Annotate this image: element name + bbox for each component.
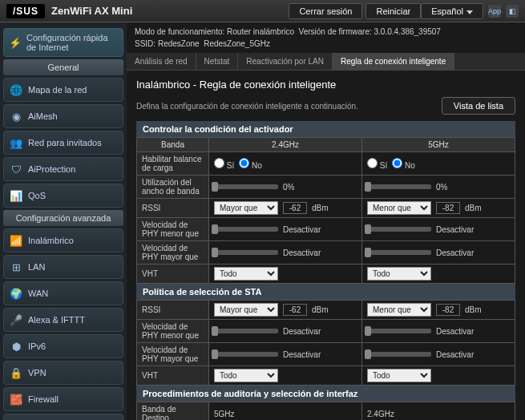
sta-rssi-label: RSSI (137, 301, 209, 320)
sidebar-item-label: Firewall (28, 394, 59, 404)
vht24-select[interactable]: Todo (214, 267, 278, 281)
sidebar-item-wan[interactable]: 🌍WAN (3, 281, 123, 305)
sidebar-item-wireless[interactable]: 📶Inalámbrico (3, 228, 123, 252)
section-sta: Política de selección de STA (136, 284, 515, 300)
sta-rssi5-op[interactable]: Menor que (367, 303, 431, 317)
voice-icon: 🎤 (9, 313, 23, 327)
sidebar: ⚡ Configuración rápida de Internet Gener… (0, 22, 127, 420)
fw-link[interactable]: 3.0.0.4.386_39507 (374, 27, 441, 36)
sidebar-group-general: General (3, 59, 123, 75)
sidebar-item-aiprotection[interactable]: 🛡AiProtection (3, 157, 123, 181)
loadbal24-yes[interactable]: Sí (214, 161, 234, 170)
row-band-label: Banda (137, 138, 209, 152)
phyless24-slider[interactable] (214, 227, 278, 232)
sidebar-item-label: Alexa & IFTTT (28, 315, 85, 325)
sidebar-item-label: QoS (28, 191, 46, 200)
loadbal24-no[interactable]: No (239, 161, 262, 170)
ipv6-icon: ⬢ (9, 339, 23, 353)
tab-wol[interactable]: Reactivación por LAN (238, 53, 333, 70)
loadbal5-yes[interactable]: Sí (367, 161, 387, 170)
sidebar-item-aimesh[interactable]: ◉AiMesh (3, 104, 123, 128)
guest-icon: 👥 (9, 135, 23, 150)
sta-phyless5-slider[interactable] (367, 329, 431, 333)
sidebar-item-admin[interactable]: ⚙Administración (3, 414, 123, 420)
sta-rssi5-val[interactable] (436, 304, 460, 316)
destband-24: 5GHz (209, 402, 362, 421)
destband-label: Banda de Destino (137, 402, 209, 421)
lan-icon: ⊞ (9, 260, 23, 274)
phyless5-value: Desactivar (436, 225, 474, 234)
language-selector[interactable]: Español (421, 3, 483, 19)
wifi-icon: 📶 (9, 233, 23, 248)
bwutil5-value: 0% (436, 183, 447, 192)
sidebar-item-label: VPN (28, 368, 46, 378)
sidebar-item-alexa[interactable]: 🎤Alexa & IFTTT (3, 308, 123, 332)
sidebar-item-label: AiMesh (28, 111, 58, 121)
tab-smartconnect[interactable]: Regla de conexión inteligente (333, 53, 454, 70)
app-icon[interactable]: App (488, 5, 501, 18)
bwutil24-slider[interactable] (214, 184, 278, 189)
sta-rssi24-val[interactable] (283, 304, 307, 316)
sta-vht-label: VHT (137, 366, 209, 386)
listview-button[interactable]: Vista de lista (442, 97, 515, 115)
sta-rssi24-op[interactable]: Mayor que (214, 303, 278, 317)
sidebar-item-label: WAN (28, 289, 48, 298)
rssi24-op[interactable]: Mayor que (214, 201, 278, 215)
row-vht-label: VHT (137, 265, 209, 284)
mesh-icon: ◉ (9, 109, 23, 123)
sidebar-item-networkmap[interactable]: 🌐Mapa de la red (3, 78, 123, 102)
mode-link[interactable]: Router inalámbrico (227, 27, 294, 36)
chevron-down-icon (466, 10, 473, 14)
section-audit: Procedimientos de auditoría y selección … (136, 386, 515, 402)
tabs: Análisis de red Netstat Reactivación por… (127, 53, 525, 71)
sidebar-item-vpn[interactable]: 🔒VPN (3, 361, 123, 385)
sta-phygreat5-slider[interactable] (367, 352, 431, 357)
trigger-table: Banda 2.4GHz 5GHz Habilitar balance de c… (136, 137, 515, 284)
phyless5-slider[interactable] (367, 227, 431, 232)
sidebar-item-lan[interactable]: ⊞LAN (3, 255, 123, 279)
gauge-icon: 📊 (9, 188, 23, 203)
product-name: ZenWiFi AX Mini (51, 5, 285, 17)
sta-phyless-label: Velocidad de PHY menor que (137, 320, 209, 343)
logout-button[interactable]: Cerrar sesión (289, 3, 362, 19)
loadbal5-no[interactable]: No (392, 161, 415, 170)
sidebar-item-qos[interactable]: 📊QoS (3, 184, 123, 208)
page-subtitle: Defina la configuración de conexión inte… (136, 102, 358, 111)
brand-logo: /SUS (6, 4, 45, 18)
sta-phygreat24-slider[interactable] (214, 352, 278, 357)
phygreat24-value: Desactivar (283, 248, 321, 257)
bwutil24-value: 0% (283, 183, 294, 192)
sidebar-item-label: Red para invitados (28, 138, 102, 147)
sidebar-item-firewall[interactable]: 🧱Firewall (3, 387, 123, 411)
sta-vht5-select[interactable]: Todo (367, 369, 431, 382)
phygreat24-slider[interactable] (214, 250, 278, 255)
sta-phyless24-slider[interactable] (214, 329, 278, 333)
ssid2-link[interactable]: RedesZone_5GHz (204, 39, 270, 48)
row-loadbal-label: Habilitar balance de carga (137, 152, 209, 176)
globe-icon: 🌐 (9, 83, 23, 97)
rssi5-op[interactable]: Menor que (367, 201, 431, 215)
sidebar-item-label: Configuración rápida de Internet (26, 33, 118, 52)
phyless24-value: Desactivar (283, 225, 321, 234)
reboot-button[interactable]: Reiniciar (365, 3, 421, 19)
bwutil5-slider[interactable] (367, 184, 431, 189)
vht5-select[interactable]: Todo (367, 267, 431, 281)
phygreat5-slider[interactable] (367, 250, 431, 255)
shield-icon: 🛡 (9, 162, 23, 176)
rssi5-val[interactable] (436, 202, 460, 214)
section-trigger: Controlar la condición del activador (136, 121, 515, 137)
rssi24-val[interactable] (283, 202, 307, 214)
tab-analysis[interactable]: Análisis de red (127, 53, 196, 70)
sidebar-item-label: AiProtection (28, 164, 75, 174)
tab-netstat[interactable]: Netstat (196, 53, 239, 70)
sidebar-item-label: Mapa de la red (28, 85, 87, 95)
sta-vht24-select[interactable]: Todo (214, 369, 278, 382)
wan-icon: 🌍 (9, 286, 23, 301)
sidebar-item-label: IPv6 (28, 341, 46, 351)
sidebar-quickstart[interactable]: ⚡ Configuración rápida de Internet (3, 28, 123, 57)
sidebar-item-ipv6[interactable]: ⬢IPv6 (3, 334, 123, 358)
ssid1-link[interactable]: RedesZone (158, 39, 200, 48)
row-phygreater-label: Velocidad de PHY mayor que (137, 241, 209, 265)
sidebar-item-guest[interactable]: 👥Red para invitados (3, 131, 123, 155)
widget-icon[interactable]: ◧ (506, 5, 519, 18)
